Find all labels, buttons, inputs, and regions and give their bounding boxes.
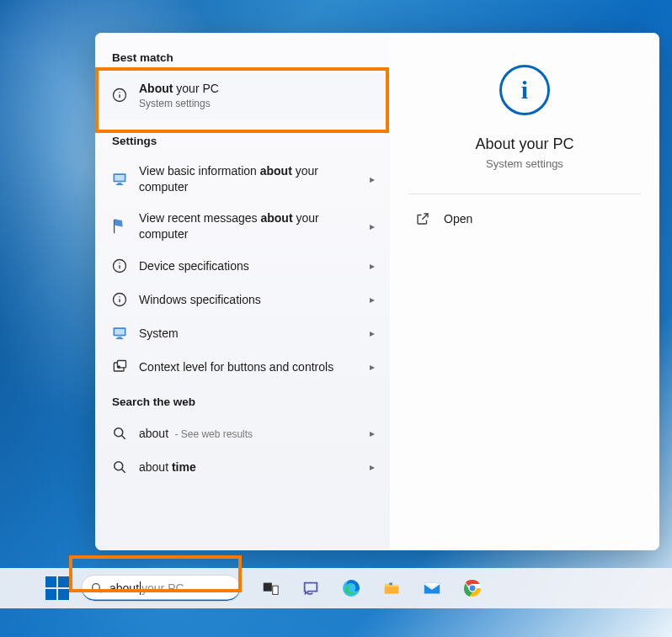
svg-point-9 (119, 263, 120, 263)
task-view-icon[interactable] (259, 577, 281, 599)
svg-rect-4 (115, 175, 125, 181)
settings-result-item[interactable]: Context level for buttons and controls▸ (95, 350, 390, 384)
section-header-settings: Settings (95, 123, 390, 156)
flag-icon (110, 217, 129, 236)
search-icon (110, 424, 129, 443)
search-suggestion-text: your PC (141, 581, 184, 595)
chevron-right-icon: ▸ (370, 427, 375, 439)
settings-result-item[interactable]: System▸ (95, 316, 390, 350)
svg-point-12 (119, 296, 120, 297)
search-typed-text: about (109, 581, 139, 595)
settings-result-item[interactable]: Device specifications▸ (95, 249, 390, 283)
open-action[interactable]: Open (390, 199, 659, 238)
chevron-right-icon: ▸ (370, 361, 375, 373)
svg-point-20 (115, 428, 123, 437)
best-match-subtitle: System settings (139, 98, 375, 109)
chevron-right-icon: ▸ (370, 294, 375, 305)
svg-line-21 (122, 436, 125, 439)
search-icon (90, 581, 104, 595)
taskbar: about your PC (0, 568, 672, 608)
svg-point-2 (119, 92, 120, 93)
file-explorer-icon[interactable] (381, 577, 403, 599)
svg-line-25 (99, 590, 101, 592)
svg-rect-14 (115, 329, 125, 335)
mail-icon[interactable] (421, 577, 443, 599)
svg-rect-26 (264, 583, 272, 592)
svg-point-22 (115, 462, 123, 470)
svg-rect-16 (116, 338, 123, 339)
search-icon (110, 458, 129, 476)
preview-column: i About your PC System settings Open (390, 33, 659, 550)
best-match-title: About your PC (139, 81, 375, 97)
result-title: System (139, 326, 363, 342)
info-icon (110, 290, 129, 309)
open-label: Open (444, 212, 472, 226)
taskbar-search-box[interactable]: about your PC (81, 575, 241, 602)
chat-icon[interactable] (300, 577, 322, 599)
web-result-item[interactable]: about - See web results▸ (95, 417, 390, 450)
svg-rect-30 (389, 583, 392, 586)
svg-rect-27 (273, 586, 278, 594)
result-title: Context level for buttons and controls (139, 359, 363, 375)
svg-rect-5 (118, 183, 122, 184)
chevron-right-icon: ▸ (370, 220, 375, 232)
preview-title: About your PC (475, 135, 573, 153)
section-header-best-match: Best match (95, 48, 390, 72)
svg-rect-6 (116, 184, 123, 185)
svg-rect-15 (118, 337, 122, 339)
text-cursor (140, 581, 141, 595)
section-header-web: Search the web (95, 384, 390, 417)
divider (408, 194, 640, 194)
results-column: Best match About your PC System settings… (95, 33, 390, 550)
chevron-right-icon: ▸ (370, 327, 375, 339)
result-title: Windows specifications (139, 292, 363, 308)
start-button[interactable] (45, 576, 69, 600)
open-external-icon (415, 211, 430, 226)
chevron-right-icon: ▸ (370, 173, 375, 185)
preview-subtitle: System settings (486, 157, 563, 170)
chevron-right-icon: ▸ (370, 260, 375, 272)
svg-point-24 (93, 584, 100, 592)
result-title: View basic information about your comput… (139, 163, 363, 195)
info-icon (110, 86, 129, 104)
svg-line-23 (122, 470, 125, 473)
settings-result-item[interactable]: View basic information about your comput… (95, 156, 390, 203)
result-title: View recent messages about your computer (139, 210, 363, 242)
web-result-item[interactable]: about time▸ (95, 450, 390, 484)
monitor-icon (110, 324, 129, 342)
edge-icon[interactable] (340, 577, 362, 599)
search-results-panel: Best match About your PC System settings… (95, 33, 659, 550)
best-match-item[interactable]: About your PC System settings (95, 72, 390, 119)
svg-rect-29 (385, 587, 399, 593)
info-icon: i (499, 65, 550, 115)
svg-point-19 (118, 366, 120, 368)
settings-result-item[interactable]: View recent messages about your computer… (95, 203, 390, 250)
info-icon (110, 257, 129, 275)
result-title: about time (139, 459, 363, 475)
result-title: about - See web results (139, 426, 363, 442)
square-dot-icon (110, 358, 129, 376)
monitor-icon (110, 170, 129, 188)
result-title: Device specifications (139, 258, 363, 274)
chevron-right-icon: ▸ (370, 461, 375, 473)
chrome-icon[interactable] (461, 577, 483, 599)
settings-result-item[interactable]: Windows specifications▸ (95, 283, 390, 316)
